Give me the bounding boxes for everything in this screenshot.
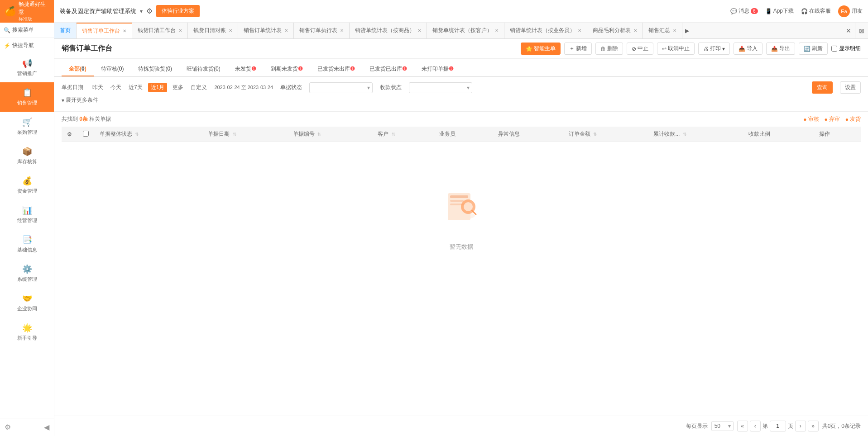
th-check[interactable] xyxy=(77,127,94,142)
sidebar-item-sales[interactable]: 📋 销售管理 xyxy=(0,82,54,112)
sidebar-search[interactable]: 🔍 搜索菜单 xyxy=(0,23,54,38)
sub-tab-pending-review[interactable]: 待审核(0) xyxy=(94,62,131,76)
sidebar-quick-nav[interactable]: ⚡ 快捷导航 xyxy=(0,38,54,53)
sort-status-icon[interactable]: ⇅ xyxy=(135,132,139,137)
tab-scroll-right[interactable]: ▶ xyxy=(682,28,692,34)
sub-tab-all[interactable]: 全部(0) xyxy=(62,62,94,76)
sidebar-item-operation[interactable]: 📊 经营管理 xyxy=(0,200,54,229)
online-service-btn[interactable]: 🎧 在线客服 xyxy=(801,7,831,15)
user-menu[interactable]: Ea 用友 xyxy=(838,5,863,17)
header-dropdown[interactable]: ▾ xyxy=(140,8,143,14)
date-option-custom[interactable]: 自定义 xyxy=(189,83,209,92)
page-input[interactable] xyxy=(770,421,786,431)
next-page-btn[interactable]: › xyxy=(795,421,806,431)
close-sales-stats[interactable]: ✕ xyxy=(284,28,288,33)
collapse-icon[interactable]: ◀ xyxy=(44,423,49,431)
import-btn[interactable]: 📥 导入 xyxy=(734,43,762,55)
sub-tab-not-shipped[interactable]: 未发货❶ xyxy=(228,62,264,76)
empty-state-row: 暂无数据 xyxy=(62,142,861,291)
tab-sales-workbench[interactable]: 销售订单工作台 ✕ xyxy=(77,23,132,38)
close-sales-summary-staff[interactable]: ✕ xyxy=(578,28,581,33)
search-icon: 🔍 xyxy=(4,27,10,33)
tab-home[interactable]: 首页 xyxy=(54,23,77,38)
sub-tab-shipped-not-out[interactable]: 已发货未出库❶ xyxy=(310,62,362,76)
cancel-stop-btn[interactable]: ↩ 取消中止 xyxy=(657,43,695,55)
query-btn[interactable]: 查询 xyxy=(812,81,833,94)
status-select[interactable] xyxy=(309,82,373,93)
sidebar-item-purchase[interactable]: 🛒 采购管理 xyxy=(0,112,54,141)
stop-btn[interactable]: ⊘ 中止 xyxy=(627,43,653,55)
sales-summary2-label: 销售汇总 xyxy=(648,27,670,34)
close-gross-margin[interactable]: ✕ xyxy=(633,28,637,33)
close-sales-workbench[interactable]: ✕ xyxy=(123,28,126,33)
date-option-last7[interactable]: 近7天 xyxy=(127,83,144,92)
date-option-more[interactable]: 更多 xyxy=(171,83,185,92)
sub-tab-expired-not-shipped[interactable]: 到期未发货❶ xyxy=(264,62,310,76)
sidebar-item-newbie[interactable]: 🌟 新手引导 xyxy=(0,318,54,347)
last-page-btn[interactable]: » xyxy=(808,421,819,431)
tab-gross-margin[interactable]: 商品毛利分析表 ✕ xyxy=(587,23,643,38)
tab-sales-summary-customer[interactable]: 销货单统计表（按客户） ✕ xyxy=(427,23,504,38)
print-btn[interactable]: 🖨 打印 ▾ xyxy=(698,43,730,55)
approve-link[interactable]: ● 审核 xyxy=(803,115,819,123)
sort-collected-icon[interactable]: ⇅ xyxy=(683,132,686,137)
sort-amount-icon[interactable]: ⇅ xyxy=(593,132,597,137)
settings-icon[interactable]: ⚙ xyxy=(5,423,11,431)
expand-more-btn[interactable]: ▾ 展开更多条件 xyxy=(62,96,98,104)
sub-tab-shipped-out[interactable]: 已发货已出库❶ xyxy=(362,62,414,76)
app-download-btn[interactable]: 📱 App下载 xyxy=(765,7,794,15)
close-sales-summary-product[interactable]: ✕ xyxy=(417,28,421,33)
sub-tab-wangpu[interactable]: 旺铺待发货(0) xyxy=(179,62,228,76)
tab-sales-summary-product[interactable]: 销货单统计表（按商品） ✕ xyxy=(350,23,427,38)
sidebar-item-basic[interactable]: 📑 基础信息 xyxy=(0,229,54,259)
show-detail-checkbox[interactable] xyxy=(831,46,837,52)
refresh-btn[interactable]: 🔄 刷新 xyxy=(799,43,828,55)
tab-close-all[interactable]: ⊠ xyxy=(855,23,868,39)
sidebar-item-enterprise[interactable]: 🤝 企业协同 xyxy=(0,288,54,318)
close-cash-daily[interactable]: ✕ xyxy=(178,28,182,33)
payment-status-select[interactable] xyxy=(409,82,472,93)
unapprove-link[interactable]: ● 弃审 xyxy=(825,115,840,123)
delete-btn[interactable]: 🗑 删除 xyxy=(595,43,623,55)
th-settings[interactable]: ⚙ xyxy=(62,127,77,142)
sort-number-icon[interactable]: ⇅ xyxy=(317,132,321,137)
sub-tab-pending-inspect-label: 待拣货验货(0) xyxy=(138,66,172,72)
tab-sales-exec[interactable]: 销售订单执行表 ✕ xyxy=(294,23,350,38)
close-sales-exec[interactable]: ✕ xyxy=(340,28,344,33)
close-sales-summary-customer[interactable]: ✕ xyxy=(495,28,499,33)
close-cash-reconcile[interactable]: ✕ xyxy=(229,28,232,33)
tab-close-current[interactable]: ✕ xyxy=(842,23,855,39)
page-size-label: 每页显示 xyxy=(686,422,708,430)
header-settings-icon[interactable]: ⚙ xyxy=(146,7,153,15)
sidebar-item-finance[interactable]: 💰 资金管理 xyxy=(0,171,54,200)
first-page-btn[interactable]: « xyxy=(737,421,748,431)
page-size-select[interactable]: 50 10 20 100 xyxy=(711,421,734,431)
sort-date-icon[interactable]: ⇅ xyxy=(233,132,236,137)
sidebar-item-marketing[interactable]: 📢 营销推广 xyxy=(0,53,54,82)
tab-cash-daily[interactable]: 钱货日清工作台 ✕ xyxy=(132,23,188,38)
date-option-yesterday[interactable]: 昨天 xyxy=(91,83,105,92)
prev-page-btn[interactable]: ‹ xyxy=(750,421,761,431)
date-option-today[interactable]: 今天 xyxy=(109,83,123,92)
sidebar-item-inventory[interactable]: 📦 库存核算 xyxy=(0,141,54,171)
industry-solution-btn[interactable]: 体验行业方案 xyxy=(156,5,200,17)
sort-customer-icon[interactable]: ⇅ xyxy=(392,132,395,137)
filter-settings-btn[interactable]: 设置 xyxy=(840,81,861,94)
message-btn[interactable]: 💬 消息 6 xyxy=(730,7,758,15)
tab-sales-summary-staff[interactable]: 销货单统计表（按业务员） ✕ xyxy=(504,23,587,38)
select-all-checkbox[interactable] xyxy=(83,131,89,137)
ship-link[interactable]: ● 发货 xyxy=(845,115,861,123)
smart-create-btn[interactable]: ⭐ 智能生单 xyxy=(521,43,561,55)
tab-sales-stats[interactable]: 销售订单统计表 ✕ xyxy=(238,23,294,38)
tab-sales-summary2[interactable]: 销售汇总 ✕ xyxy=(643,23,682,38)
sidebar-item-system[interactable]: ⚙️ 系统管理 xyxy=(0,259,54,288)
export-btn[interactable]: 📤 导出 xyxy=(766,43,795,55)
cash-daily-label: 钱货日清工作台 xyxy=(138,27,176,34)
new-btn[interactable]: ＋ 新增 xyxy=(564,43,592,55)
date-option-last1month[interactable]: 近1月 xyxy=(148,83,168,92)
show-detail-checkbox-wrapper[interactable]: 显示明细 xyxy=(831,45,861,52)
close-sales-summary2[interactable]: ✕ xyxy=(673,28,676,33)
tab-cash-reconcile[interactable]: 钱货日清对账 ✕ xyxy=(188,23,238,38)
sub-tab-pending-inspect[interactable]: 待拣货验货(0) xyxy=(131,62,179,76)
sub-tab-not-printed[interactable]: 未打印单据❶ xyxy=(414,62,461,76)
